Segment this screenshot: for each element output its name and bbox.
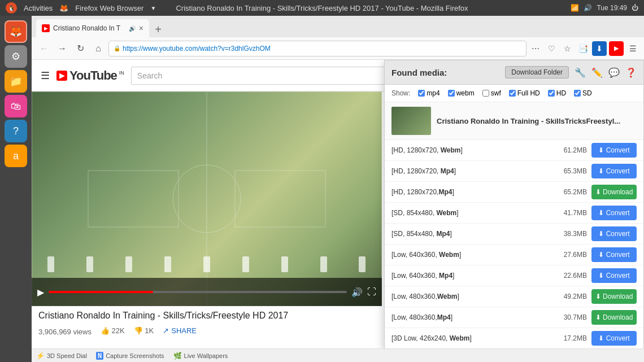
pencil-icon[interactable]: ✏️ [591,67,603,78]
convert-button[interactable]: ⬇ Convert [591,206,637,220]
video-progress-bar[interactable] [49,291,347,293]
player-figure [359,256,365,272]
volume-control[interactable]: 🔊 [351,287,363,298]
convert-button[interactable]: ⬇ Convert [591,268,637,283]
play-button[interactable]: ▶ [37,287,44,298]
software-app-icon[interactable]: 🛍 [5,95,27,117]
browser-label[interactable]: Firefox Web Browser [75,4,143,12]
popup-video-title: Cristiano Ronaldo In Training - SkillsTr… [437,117,620,125]
wallpapers-label: Live Wallpapers [184,352,228,359]
yt-logo-text[interactable]: YouTube [69,68,117,83]
capture-icon: N [96,352,103,360]
bottom-bar-item-1[interactable]: ⚡ 3D Speed Dial [36,352,87,360]
download-folder-button[interactable]: Download Folder [505,66,569,78]
tab-bar: ▶ Cristiano Ronaldo In T 🔊 × + [32,16,644,37]
download-button[interactable]: ⬇ Download [591,185,637,199]
row-size: 38.3MB [553,230,587,238]
new-tab-button[interactable]: + [150,21,166,37]
capture-label: Capture Screenshots [106,352,164,359]
star-icon[interactable]: ☆ [560,42,574,55]
convert-button[interactable]: ⬇ Convert [591,164,637,178]
download-extension-button[interactable]: ⬇ [592,41,607,56]
chat-icon[interactable]: 💬 [608,67,620,78]
settings-app-icon[interactable]: ⚙ [5,45,27,68]
help-icon[interactable]: ❓ [625,67,637,78]
found-media-label: Found media: [391,68,447,77]
convert-button[interactable]: ⬇ Convert [591,247,637,262]
filter-mp4[interactable]: mp4 [418,89,440,97]
convert-button[interactable]: ⬇ Convert [591,331,637,346]
row-label: [SD, 854x480, Webm] [391,209,549,217]
convert-button[interactable]: ⬇ Convert [591,226,637,241]
active-tab[interactable]: ▶ Cristiano Ronaldo In T 🔊 × [36,19,149,37]
refresh-button[interactable]: ↻ [72,41,88,56]
video-progress-fill [49,291,153,293]
menu-button[interactable]: ☰ [626,42,639,55]
yt-video-views: 3,906,969 views [38,328,92,336]
youtube-extension-button[interactable]: ▶ [609,41,624,56]
files-app-icon[interactable]: 📁 [5,70,27,93]
bottom-bar-item-2[interactable]: N Capture Screenshots [96,352,164,360]
firefox-app-icon[interactable]: 🦊 [5,20,27,43]
player-figure [242,256,249,272]
yt-logo-icon: ▶ [56,71,67,81]
video-controls: ▶ 🔊 ⛶ [32,278,382,306]
amazon-app-icon[interactable]: a [5,145,27,167]
download-row: [Low, 640x360, Webm]27.6MB⬇ Convert [385,245,643,265]
share-button[interactable]: ↗ SHARE [163,326,197,335]
download-row: [Low, 480x360,Webm]49.2MB⬇ Download [385,286,643,307]
main-content: ☰ ▶ YouTube IN Search 🔍 👤 SIGN IN [32,60,644,348]
filter-webm[interactable]: webm [448,89,475,97]
bottom-bar-item-3[interactable]: 🌿 Live Wallpapers [173,352,228,360]
fullscreen-button[interactable]: ⛶ [367,287,376,297]
yt-menu-icon[interactable]: ☰ [41,69,50,82]
popup-filter-row: Show: mp4 webm swf Full HD [385,85,643,102]
svg-rect-4 [235,171,325,227]
nav-bar: ← → ↻ ⌂ 🔒 https://www.youtube.com/watch?… [32,37,644,60]
yt-logo: ▶ YouTube IN [56,68,124,83]
row-label: [3D Low, 426x240, Webm] [391,334,549,342]
address-bar[interactable]: 🔒 https://www.youtube.com/watch?v=r3dhlG… [108,41,526,56]
power-icon: ⏻ [632,4,638,12]
dislike-button[interactable]: 👎 1K [134,326,154,335]
filter-swf[interactable]: swf [482,89,501,97]
activities-label[interactable]: Activities [24,4,53,12]
download-button[interactable]: ⬇ Download [591,289,637,304]
player-figure [203,256,210,272]
help-app-icon[interactable]: ? [5,120,27,142]
bookmarks-icon[interactable]: ⋯ [529,42,542,55]
wrench-icon[interactable]: 🔧 [575,67,586,78]
row-label: [Low, 640x360, Mp4] [391,272,549,280]
convert-button[interactable]: ⬇ Convert [591,143,637,158]
filter-fullhd[interactable]: Full HD [509,89,540,97]
yt-search-placeholder: Search [137,71,162,80]
player-figure [47,256,54,272]
reader-icon[interactable]: 📑 [576,42,590,55]
filter-hd[interactable]: HD [548,89,566,97]
wifi-icon: 📶 [571,4,579,12]
heart-icon[interactable]: ♡ [545,42,558,55]
yt-video-info: Cristiano Ronaldo In Training - Skills/T… [32,306,382,341]
os-logo: 🐧 [6,2,17,14]
like-button[interactable]: 👍 22K [101,326,125,335]
row-size: 65.2MB [553,188,587,196]
wallpapers-icon: 🌿 [173,352,182,360]
row-label: [Low, 480x360,Mp4] [391,313,549,321]
yt-search-bar[interactable]: Search [131,67,385,85]
row-label: [HD, 1280x720, Webm] [391,146,549,154]
back-button[interactable]: ← [36,41,52,56]
filter-sd[interactable]: SD [574,89,592,97]
row-label: [Low, 640x360, Webm] [391,251,549,259]
player-figure [320,256,327,272]
download-button[interactable]: ⬇ Download [591,310,637,325]
yt-logo-badge: IN [119,70,124,76]
tab-favicon: ▶ [42,24,50,32]
home-button[interactable]: ⌂ [90,41,106,56]
download-row: [HD, 1280x720, Webm]61.2MB⬇ Convert [385,140,643,161]
speed-dial-label: 3D Speed Dial [47,352,87,359]
download-row: [Low, 480x360,Mp4]30.7MB⬇ Download [385,307,643,328]
yt-video-player[interactable]: ▶ 🔊 ⛶ [32,91,382,306]
popup-header: Found media: Download Folder 🔧 ✏️ 💬 ❓ [385,60,643,85]
forward-button[interactable]: → [54,41,70,56]
tab-close-button[interactable]: × [139,24,143,33]
